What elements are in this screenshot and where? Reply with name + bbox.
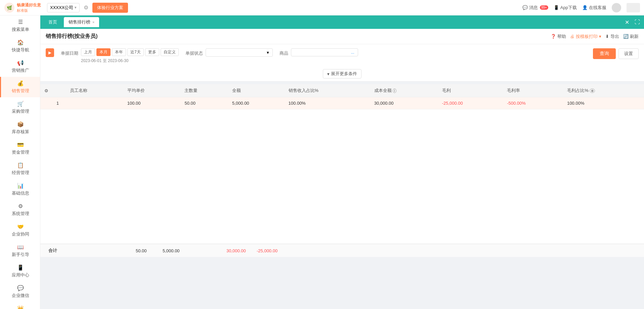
goods-input[interactable]: ... <box>291 48 358 56</box>
sidebar-label-inventory: 库存核算 <box>12 129 29 135</box>
sidebar-item-search[interactable]: ☰ 搜索菜单 <box>0 15 40 36</box>
col-profit: 毛利 <box>438 84 503 97</box>
content-area: 首页 销售排行榜 × ✕ ⛶ 销售排行榜(按业务员) ❓ 帮助 <box>40 15 644 309</box>
col-avg-price: 平均单价 <box>123 84 181 97</box>
more-options-link[interactable]: ... <box>351 50 354 55</box>
sidebar-label-apps: 应用中心 <box>12 272 29 278</box>
row-settings <box>40 97 52 109</box>
search-icon: ☰ <box>18 19 23 25</box>
message-badge: 99+ <box>540 5 548 10</box>
sidebar-label-finance: 资金管理 <box>12 149 29 155</box>
col-settings[interactable]: ⚙ <box>40 84 52 97</box>
operations-icon: 📋 <box>17 162 24 168</box>
refresh-button[interactable]: 🔄 刷新 <box>623 34 639 40</box>
tab-home[interactable]: 首页 <box>43 16 62 28</box>
period-btn-prev-month[interactable]: 上月 <box>81 48 95 56</box>
period-btn-more[interactable]: 更多 <box>145 48 159 56</box>
footer-amount: 5,000.00 <box>159 248 189 253</box>
help-button[interactable]: ❓ 帮助 <box>551 34 566 40</box>
apps-icon: 📱 <box>17 264 24 271</box>
col-cost: 成本全额 i <box>370 84 438 97</box>
footer-cost: 30,000.00 <box>222 248 253 253</box>
table-row: 1 100.00 50.00 5,000.00 100.00% 30,000.0… <box>40 97 644 109</box>
period-buttons: 上月 本月 本年 近7天 更多 自定义 <box>81 48 179 56</box>
export-icon: ⬇ <box>605 34 609 39</box>
basic-icon: 📊 <box>17 183 24 189</box>
period-btn-this-year[interactable]: 本年 <box>112 48 126 56</box>
export-button[interactable]: ⬇ 导出 <box>605 34 619 40</box>
setup-button[interactable]: 设置 <box>618 48 639 59</box>
message-label: 消息 <box>529 5 538 11</box>
message-item[interactable]: 💬 消息 99+ <box>522 5 548 11</box>
sidebar-label-guide: 新手引导 <box>12 252 29 258</box>
logo-icon: 🌿 <box>4 2 15 13</box>
row-qty: 50.00 <box>180 97 228 109</box>
sidebar-item-shortcut[interactable]: 🏠 快捷导航 <box>0 36 40 56</box>
sidebar-label-basic: 基础信息 <box>12 190 29 196</box>
app-download-item[interactable]: 📱 App下载 <box>554 5 577 11</box>
sidebar-item-collab[interactable]: 🤝 企业协同 <box>0 220 40 241</box>
print-dropdown-icon: ▾ <box>599 34 601 39</box>
period-btn-this-month[interactable]: 本月 <box>96 48 111 56</box>
home-icon: 🏠 <box>17 39 24 46</box>
sidebar-item-apps[interactable]: 📱 应用中心 <box>0 261 40 281</box>
tab-maximize-icon[interactable]: ⛶ <box>633 18 641 27</box>
sidebar-item-purchase[interactable]: 🛒 采购管理 <box>0 97 40 118</box>
sidebar-item-wechat[interactable]: 💬 企业微信 <box>0 281 40 302</box>
filter-group-goods: 商品 ... <box>280 48 358 56</box>
sidebar-item-guide[interactable]: 📖 新手引导 <box>0 241 40 261</box>
period-btn-custom[interactable]: 自定义 <box>161 48 179 56</box>
sidebar-item-system[interactable]: ⚙ 系统管理 <box>0 200 40 220</box>
company-selector[interactable]: XXXXX公司 ▾ <box>47 3 80 12</box>
guide-icon: 📖 <box>17 244 24 250</box>
filter-toggle-button[interactable]: ▶ <box>46 48 54 57</box>
col-rank <box>52 84 66 97</box>
page-title: 销售排行榜(按业务员) <box>46 33 98 40</box>
footer-label: 合计 <box>44 248 105 254</box>
col-amount: 全额 <box>228 84 285 97</box>
sidebar-label-collab: 企业协同 <box>12 231 29 237</box>
row-rank: 1 <box>52 97 66 109</box>
expand-label: 展开更多条件 <box>331 71 357 77</box>
online-service-item[interactable]: 👤 在线客服 <box>582 5 606 11</box>
sidebar-label-shortcut: 快捷导航 <box>12 47 29 53</box>
tab-close-window-icon[interactable]: ✕ <box>624 18 631 27</box>
sidebar-label-marketing: 营销推广 <box>12 67 29 73</box>
sidebar-item-finance[interactable]: 💳 资金管理 <box>0 138 40 159</box>
member-icon: 👑 <box>17 305 24 309</box>
sidebar-label-system: 系统管理 <box>12 211 29 217</box>
sidebar-item-inventory[interactable]: 📦 库存核算 <box>0 118 40 138</box>
avatar[interactable] <box>612 3 621 12</box>
filter-group-date: 单据日期 上月 本月 本年 近7天 更多 自定义 2023-06-01 至 20… <box>61 48 179 64</box>
status-select[interactable]: ▾ <box>206 48 273 57</box>
sidebar-item-basic[interactable]: 📊 基础信息 <box>0 179 40 200</box>
expand-more-button[interactable]: ▾ 展开更多条件 <box>323 69 361 79</box>
tab-bar: 首页 销售排行榜 × ✕ ⛶ <box>40 15 644 29</box>
logo-area: 🌿 畅康通好生意 标准版 <box>4 2 44 13</box>
refresh-icon: 🔄 <box>623 34 629 39</box>
sidebar-item-marketing[interactable]: 📢 营销推广 <box>0 56 40 77</box>
filter-row-main: ▶ 单据日期 上月 本月 本年 近7天 更多 自定义 <box>46 48 639 64</box>
sidebar-item-sales[interactable]: 💰 销售管理 <box>0 77 40 97</box>
svg-text:🌿: 🌿 <box>7 5 12 11</box>
tab-sales-ranking[interactable]: 销售排行榜 × <box>64 17 99 27</box>
trial-button[interactable]: 体验行业方案 <box>92 3 128 13</box>
sidebar-label-sales: 销售管理 <box>12 88 29 94</box>
row-profit-pct: 100.00% <box>563 97 644 109</box>
expand-down-icon: ▾ <box>327 71 330 76</box>
query-button[interactable]: 查询 <box>593 48 616 59</box>
tab-bar-right: ✕ ⛶ <box>624 18 641 27</box>
period-btn-7days[interactable]: 近7天 <box>127 48 144 56</box>
sidebar-item-member[interactable]: 👑 畅会员 <box>0 302 40 309</box>
print-button[interactable]: 🖨 按模板打印 ▾ <box>570 34 601 40</box>
goods-filter-label: 商品 <box>280 48 288 56</box>
sidebar-label-purchase: 采购管理 <box>12 108 29 114</box>
inventory-icon: 📦 <box>17 121 24 127</box>
tab-close-icon[interactable]: × <box>92 20 94 24</box>
settings-icon[interactable]: ⚙ <box>82 3 90 12</box>
top-header: 🌿 畅康通好生意 标准版 XXXXX公司 ▾ ⚙ 体验行业方案 💬 消息 99+… <box>0 0 644 15</box>
row-employee <box>66 97 123 109</box>
online-service-label: 在线客服 <box>589 5 606 11</box>
header-row: ⚙ 员工名称 平均单价 主数量 全额 销售收入占比% 成本全额 i 毛利 毛利率… <box>40 84 644 97</box>
sidebar-item-operations[interactable]: 📋 经营管理 <box>0 159 40 179</box>
